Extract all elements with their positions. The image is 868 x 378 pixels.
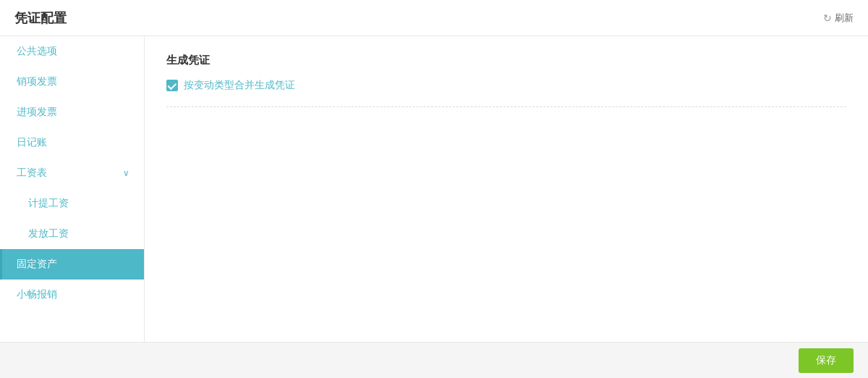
sidebar-item-label: 固定资产 (17, 258, 57, 271)
content-area: 生成凭证 按变动类型合并生成凭证 (145, 36, 868, 342)
sidebar: 公共选项销项发票进项发票日记账工资表∨计提工资发放工资固定资产小畅报销 (0, 36, 145, 342)
sidebar-item-label: 公共选项 (17, 45, 57, 58)
sidebar-item-fixed-assets[interactable]: 固定资产 (0, 249, 144, 280)
sidebar-item-label: 工资表 (17, 167, 47, 180)
refresh-icon: ↻ (823, 12, 832, 24)
sidebar-item-label: 小畅报销 (17, 288, 57, 301)
sidebar-item-label: 销项发票 (17, 75, 57, 88)
sidebar-item-public-options[interactable]: 公共选项 (0, 36, 144, 67)
sidebar-item-label: 日记账 (17, 136, 47, 149)
chevron-down-icon: ∨ (123, 168, 129, 178)
sidebar-item-payroll-calc[interactable]: 计提工资 (0, 188, 144, 219)
checkbox-label[interactable]: 按变动类型合并生成凭证 (184, 79, 295, 92)
footer: 保存 (0, 342, 868, 378)
divider (166, 106, 846, 107)
refresh-label: 刷新 (835, 12, 854, 25)
refresh-button[interactable]: ↻ 刷新 (823, 12, 854, 25)
sidebar-item-label: 发放工资 (28, 227, 69, 240)
sidebar-item-payroll-table[interactable]: 工资表∨ (0, 158, 144, 188)
sidebar-item-label: 计提工资 (28, 197, 69, 210)
sidebar-item-purchase-invoice[interactable]: 进项发票 (0, 97, 144, 127)
main-content: 公共选项销项发票进项发票日记账工资表∨计提工资发放工资固定资产小畅报销 生成凭证… (0, 36, 868, 342)
sidebar-item-payroll-pay[interactable]: 发放工资 (0, 219, 144, 249)
header: 凭证配置 ↻ 刷新 (0, 0, 868, 36)
sidebar-item-label: 进项发票 (17, 106, 57, 119)
checkbox-row: 按变动类型合并生成凭证 (166, 79, 846, 92)
sidebar-item-expense-report[interactable]: 小畅报销 (0, 280, 144, 310)
sidebar-item-sales-invoice[interactable]: 销项发票 (0, 67, 144, 97)
section-title: 生成凭证 (166, 54, 846, 67)
sidebar-item-journal[interactable]: 日记账 (0, 127, 144, 158)
page-title: 凭证配置 (14, 9, 67, 27)
merge-checkbox[interactable] (166, 80, 178, 91)
save-button[interactable]: 保存 (799, 348, 854, 373)
